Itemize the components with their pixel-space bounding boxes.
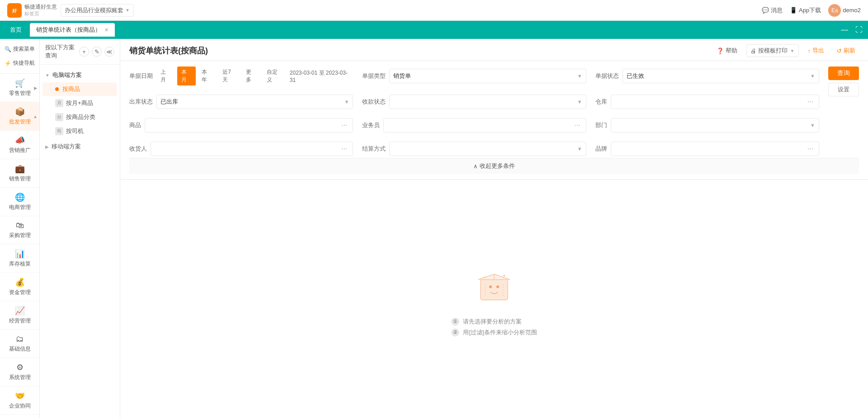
sidebar-item-operations-label: 经营管理 (9, 317, 31, 325)
help-button[interactable]: ❓ 帮助 (713, 45, 741, 57)
minimize-icon[interactable]: — (839, 24, 850, 36)
scheme-group-desktop-label: 电脑端方案 (52, 71, 82, 79)
scheme-item-by-product[interactable]: 按商品 (42, 82, 117, 96)
sidebar: 🔍 搜索菜单 ⚡ 快捷导航 🛒 零售管理 ▶ 📦 批发管理 ▲ 📣 营销推广 (0, 39, 40, 418)
message-button[interactable]: 💬 消息 (762, 6, 783, 14)
recipient-select[interactable]: ··· (151, 142, 353, 156)
recipient-dots-icon[interactable]: ··· (340, 145, 349, 153)
user-area[interactable]: Ea demo2 (828, 4, 861, 17)
product-dots-icon[interactable]: ··· (340, 121, 349, 129)
sidebar-item-inventory[interactable]: 📊 库存核算 (0, 244, 39, 273)
scheme-item-by-month-product[interactable]: 月 按月+商品 (42, 96, 117, 110)
filter-field-doc-type: 单据类型 销货单 ▼ (362, 69, 586, 83)
tab-close-icon[interactable]: ✕ (104, 27, 108, 33)
filter-row-4: 收货人 ··· 结算方式 ▼ (129, 142, 819, 156)
scheme-item-by-product-label: 按商品 (62, 85, 80, 93)
date-range-display: 2023-03-01 至 2023-03-31 (290, 69, 354, 83)
tab-bar: 首页 销货单统计表（按商品） ✕ — ⛶ (0, 21, 868, 39)
tab-home[interactable]: 首页 (4, 23, 28, 37)
setting-button[interactable]: 设置 (828, 83, 859, 96)
filter-panel-actions: + ✎ ≪ (79, 47, 114, 57)
date-tab-last-month[interactable]: 上月 (156, 66, 175, 86)
quick-nav-button[interactable]: ⚡ 快捷导航 (2, 57, 38, 70)
brand-dots-icon[interactable]: ··· (806, 145, 815, 153)
scheme-item-by-category[interactable]: 分 按商品分类 (42, 110, 117, 124)
scheme-item-by-cabinet-label: 按司机 (66, 127, 84, 135)
tab-home-label: 首页 (10, 26, 22, 34)
sidebar-item-wholesale-label: 批发管理 (9, 118, 31, 126)
scheme-group-mobile[interactable]: ▶ 移动端方案 (40, 140, 120, 153)
warehouse-select[interactable]: ··· (611, 95, 819, 109)
warehouse-dots-icon[interactable]: ··· (806, 98, 815, 106)
sidebar-item-purchase-label: 采购管理 (9, 232, 31, 239)
query-button[interactable]: 查询 (828, 66, 859, 80)
collapse-panel-button[interactable]: ≪ (104, 47, 114, 57)
sidebar-item-operations[interactable]: 📈 经营管理 (0, 301, 39, 330)
inventory-icon: 📊 (15, 249, 25, 259)
edit-scheme-button[interactable]: ✎ (92, 47, 102, 57)
chevron-down-icon: ▼ (577, 146, 582, 152)
sidebar-item-corp[interactable]: 🤝 企业协同 (0, 386, 39, 415)
filter-field-department: 部门 ▼ (595, 118, 819, 133)
salesperson-dots-icon[interactable]: ··· (572, 121, 582, 129)
tab-report-label: 销货单统计表（按商品） (36, 26, 101, 34)
chevron-down-icon: ▼ (577, 73, 582, 79)
sidebar-item-wholesale[interactable]: 📦 批发管理 ▲ (0, 102, 39, 131)
tab-report[interactable]: 销货单统计表（按商品） ✕ (30, 23, 115, 37)
sidebar-item-guide[interactable]: 🎓 新手引导 (0, 415, 39, 418)
refresh-icon: ↺ (837, 48, 842, 54)
brand-select[interactable]: ··· (611, 142, 819, 156)
sidebar-item-inventory-label: 库存核算 (9, 260, 31, 268)
active-dot-icon (55, 87, 59, 91)
scheme-item-by-cabinet[interactable]: 司 按司机 (42, 124, 117, 138)
app-selector[interactable]: 办公用品行业模拟账套 ▼ (61, 4, 134, 17)
export-button[interactable]: ↑ 导出 (804, 45, 828, 57)
sidebar-item-marketing[interactable]: 📣 营销推广 (0, 131, 39, 159)
sales-icon: 💼 (15, 164, 25, 174)
print-button[interactable]: 🖨 按模板打印 ▼ (746, 44, 799, 57)
date-tab-more[interactable]: 更多 (242, 66, 261, 86)
query-action-group: 查询 设置 (828, 66, 859, 96)
doc-type-select[interactable]: 销货单 ▼ (389, 69, 586, 83)
svg-text:好: 好 (12, 8, 17, 13)
salesperson-select[interactable]: ··· (383, 118, 586, 133)
department-select[interactable]: ▼ (611, 118, 819, 133)
filter-field-doc-status: 单据状态 已生效 ▼ (595, 69, 819, 83)
scheme-group-desktop: ▼ 电脑端方案 按商品 月 按月+商品 分 按商品分类 (40, 68, 120, 138)
date-tab-last7[interactable]: 近7天 (218, 66, 240, 86)
svg-rect-2 (481, 280, 508, 300)
sidebar-item-basic[interactable]: 🗂 基础信息 (0, 330, 39, 358)
search-menu-button[interactable]: 🔍 搜索菜单 (2, 43, 38, 56)
add-scheme-button[interactable]: + (79, 47, 89, 57)
scheme-group-desktop-header[interactable]: ▼ 电脑端方案 (40, 68, 120, 82)
expand-icon[interactable]: ⛶ (854, 24, 864, 36)
warehouse-out-select[interactable]: 已出库 ▼ (156, 95, 353, 109)
refresh-button[interactable]: ↺ 刷新 (833, 45, 859, 57)
warehouse-out-label: 出库状态 (129, 98, 153, 106)
download-button[interactable]: 📱 App下载 (790, 6, 821, 14)
sidebar-item-retail[interactable]: 🛒 零售管理 ▶ (0, 74, 39, 102)
date-tab-custom[interactable]: 自定义 (263, 66, 287, 86)
svg-text:✦: ✦ (483, 276, 486, 280)
payment-status-select[interactable]: ▼ (389, 95, 586, 109)
sidebar-item-ecommerce-label: 电商管理 (9, 204, 31, 211)
date-tab-this-month[interactable]: 本月 (177, 66, 196, 86)
chevron-up-icon: ∧ (473, 163, 478, 170)
sidebar-item-finance[interactable]: 💰 资金管理 (0, 273, 39, 301)
filter-field-payment-status: 收款状态 ▼ (362, 95, 586, 109)
doc-status-select[interactable]: 已生效 ▼ (623, 69, 819, 83)
sidebar-item-system[interactable]: ⚙ 系统管理 (0, 358, 39, 386)
chevron-down-icon: ▼ (45, 73, 50, 78)
sidebar-item-purchase[interactable]: 🛍 采购管理 (0, 216, 39, 244)
empty-content: ✦ ✦ ① 请先选择要分析的方案 ② (451, 261, 537, 337)
sidebar-item-sales[interactable]: 💼 销售管理 (0, 159, 39, 188)
date-tab-this-year[interactable]: 本年 (198, 66, 217, 86)
product-select[interactable]: ··· (145, 118, 353, 133)
main-layout: 🔍 搜索菜单 ⚡ 快捷导航 🛒 零售管理 ▶ 📦 批发管理 ▲ 📣 营销推广 (0, 39, 868, 418)
settlement-select[interactable]: ▼ (389, 142, 586, 156)
collapse-bar[interactable]: ∧ 收起更多条件 (129, 158, 859, 174)
top-header: 好 畅捷通好生意 标签页 办公用品行业模拟账套 ▼ 💬 消息 📱 App下载 E… (0, 0, 868, 21)
filter-field-warehouse: 仓库 ··· (595, 95, 819, 109)
sidebar-item-ecommerce[interactable]: 🌐 电商管理 (0, 188, 39, 216)
help-label: 帮助 (726, 47, 737, 55)
